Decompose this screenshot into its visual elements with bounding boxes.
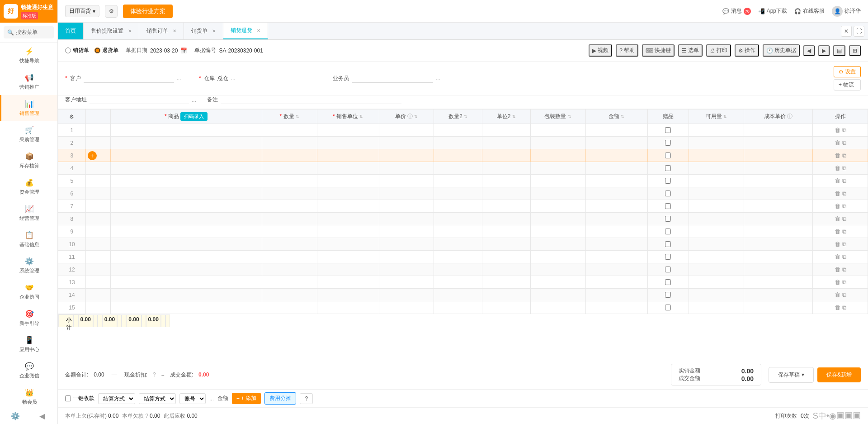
col-goods-header[interactable]: * 商品 扫码录入 <box>110 110 262 124</box>
delete-icon[interactable]: 🗑 <box>835 165 840 172</box>
gift-checkbox[interactable] <box>665 140 671 146</box>
sidebar-search[interactable]: 🔍 搜索菜单 <box>0 23 57 43</box>
delete-icon[interactable]: 🗑 <box>835 215 840 222</box>
row-unit2-cell[interactable] <box>482 238 531 251</box>
delete-icon[interactable]: 🗑 <box>835 253 840 260</box>
row-qty-cell[interactable] <box>262 276 317 289</box>
row-unit-cell[interactable] <box>317 149 379 162</box>
delete-icon[interactable]: 🗑 <box>835 139 840 146</box>
row-pack-cell[interactable] <box>530 238 585 251</box>
row-price-cell[interactable] <box>379 238 434 251</box>
row-qty2-cell[interactable] <box>434 276 482 289</box>
row-amount-cell[interactable] <box>585 162 647 175</box>
row-unit2-cell[interactable] <box>482 187 531 200</box>
row-gift-cell[interactable] <box>647 200 689 213</box>
sidebar-item-caigou[interactable]: 🛒 采购管理 <box>0 121 57 148</box>
row-unit2-cell[interactable] <box>482 162 531 175</box>
row-unit-cell[interactable] <box>317 187 379 200</box>
col-avail-header[interactable]: 可用量 ⇅ <box>689 110 744 124</box>
copy-icon[interactable]: ⧉ <box>842 279 846 286</box>
row-pack-cell[interactable] <box>530 301 585 314</box>
row-unit-cell[interactable] <box>317 276 379 289</box>
row-unit-cell[interactable] <box>317 137 379 149</box>
row-qty2-cell[interactable] <box>434 213 482 225</box>
delete-icon[interactable]: 🗑 <box>835 304 840 311</box>
tab-close-icon[interactable]: ✕ <box>128 29 132 33</box>
row-goods-cell[interactable] <box>110 263 262 276</box>
row-goods-cell[interactable] <box>110 251 262 263</box>
row-amount-cell[interactable] <box>585 213 647 225</box>
row-price-cell[interactable] <box>379 124 434 137</box>
delete-icon[interactable]: 🗑 <box>835 152 840 159</box>
delete-icon[interactable]: 🗑 <box>835 279 840 286</box>
row-unit2-cell[interactable] <box>482 289 531 301</box>
sidebar-collapse-button[interactable]: ◀ <box>31 412 54 420</box>
row-goods-cell[interactable] <box>110 289 262 301</box>
row-goods-cell[interactable] <box>110 213 262 225</box>
row-gift-cell[interactable] <box>647 251 689 263</box>
copy-icon[interactable]: ⧉ <box>842 139 846 147</box>
help-button[interactable]: ? 帮助 <box>616 44 638 57</box>
row-goods-cell[interactable] <box>110 137 262 149</box>
row-qty2-cell[interactable] <box>434 124 482 137</box>
row-unit-cell[interactable] <box>317 213 379 225</box>
delete-icon[interactable]: 🗑 <box>835 127 840 133</box>
row-amount-cell[interactable] <box>585 238 647 251</box>
sidebar-item-zijin[interactable]: 💰 资金管理 <box>0 174 57 200</box>
row-qty-cell[interactable] <box>262 175 317 187</box>
row-amount-cell[interactable] <box>585 289 647 301</box>
gift-checkbox[interactable] <box>665 267 671 272</box>
row-goods-cell[interactable] <box>110 301 262 314</box>
grid-view-button[interactable]: ⊞ <box>849 45 861 56</box>
gift-checkbox[interactable] <box>665 229 671 234</box>
customer-input[interactable] <box>84 74 174 83</box>
copy-icon[interactable]: ⧉ <box>842 177 846 185</box>
gift-checkbox[interactable] <box>665 305 671 310</box>
copy-icon[interactable]: ⧉ <box>842 241 846 248</box>
tab-price-settings[interactable]: 售价提取设置 ✕ <box>84 23 139 39</box>
tab-sales-order[interactable]: 销售订单 ✕ <box>139 23 184 39</box>
sidebar-item-yingxiao[interactable]: 📢 营销推广 <box>0 69 57 95</box>
row-qty-cell[interactable] <box>262 289 317 301</box>
row-qty2-cell[interactable] <box>434 187 482 200</box>
row-gift-cell[interactable] <box>647 149 689 162</box>
row-goods-cell[interactable] <box>110 276 262 289</box>
account-select[interactable]: 账号 <box>179 393 206 404</box>
close-all-tabs-button[interactable]: ✕ <box>841 26 852 37</box>
table-scroll[interactable]: ⚙ * 商品 扫码录入 * 数量 ⇅ <box>58 109 868 360</box>
tab-close-icon[interactable]: ✕ <box>212 29 216 33</box>
gift-checkbox[interactable] <box>665 178 671 184</box>
row-price-cell[interactable] <box>379 263 434 276</box>
row-qty2-cell[interactable] <box>434 137 482 149</box>
copy-icon[interactable]: ⧉ <box>842 253 846 261</box>
row-unit2-cell[interactable] <box>482 149 531 162</box>
sidebar-item-huiyuan[interactable]: 👑 畅会员 <box>0 384 57 408</box>
copy-icon[interactable]: ⧉ <box>842 291 846 299</box>
sort-icon[interactable]: ⇅ <box>723 114 727 119</box>
print-button[interactable]: 🖨 打印 <box>706 44 731 57</box>
prev-button[interactable]: ◀ <box>803 45 815 56</box>
row-amount-cell[interactable] <box>585 276 647 289</box>
delete-icon[interactable]: 🗑 <box>835 241 840 248</box>
col-qty-header[interactable]: * 数量 ⇅ <box>262 110 317 124</box>
tab-close-icon[interactable]: ✕ <box>257 28 260 33</box>
return-radio[interactable]: 退货单 <box>94 47 118 54</box>
next-button[interactable]: ▶ <box>818 45 830 56</box>
row-unit2-cell[interactable] <box>482 175 531 187</box>
row-goods-cell[interactable] <box>110 124 262 137</box>
row-amount-cell[interactable] <box>585 301 647 314</box>
logistics-button[interactable]: + 物流 <box>834 79 861 91</box>
row-amount-cell[interactable] <box>585 187 647 200</box>
row-qty-cell[interactable] <box>262 187 317 200</box>
gift-checkbox[interactable] <box>665 216 671 222</box>
row-pack-cell[interactable] <box>530 213 585 225</box>
row-unit2-cell[interactable] <box>482 200 531 213</box>
select-button[interactable]: ☰ 选单 <box>678 44 703 57</box>
fee-split-button[interactable]: 费用分摊 <box>264 392 296 405</box>
sort-icon[interactable]: ⇅ <box>512 114 516 119</box>
gift-checkbox[interactable] <box>665 241 671 247</box>
tab-close-icon[interactable]: ✕ <box>173 29 176 33</box>
search-menu-button[interactable]: 🔍 搜索菜单 <box>4 26 54 38</box>
col-pack-header[interactable]: 包装数量 ⇅ <box>530 110 585 124</box>
row-unit-cell[interactable] <box>317 200 379 213</box>
